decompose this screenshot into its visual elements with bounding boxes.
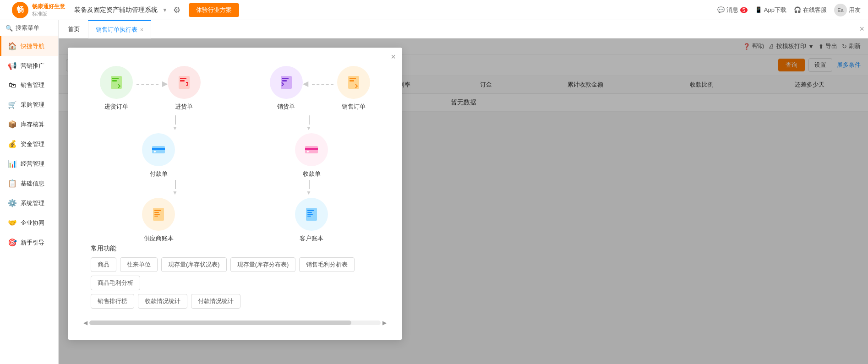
sidebar-item-sales[interactable]: 🛍 销售管理: [0, 76, 58, 95]
sidebar-item-marketing[interactable]: 📢 营销推广: [0, 56, 58, 76]
svg-rect-7: [282, 78, 289, 79]
sidebar-item-label: 企业协同: [21, 219, 44, 227]
flow-item-receipt[interactable]: 收款单: [295, 133, 328, 178]
scroll-left-arrow[interactable]: ◀: [83, 320, 87, 326]
sidebar-item-system[interactable]: ⚙️ 系统管理: [0, 193, 58, 213]
svg-rect-25: [307, 212, 312, 213]
arrow-sales-order-to-sales-bill: ◀: [303, 79, 338, 98]
user-menu[interactable]: Ea 用友: [834, 4, 861, 16]
close-all-icon[interactable]: ×: [859, 24, 864, 33]
function-buttons: 商品 往来单位 现存量(库存状况表) 现存量(库存分布表) 销售毛利分析表 商品…: [91, 257, 379, 290]
sidebar-item-purchase[interactable]: 🛒 采购管理: [0, 95, 58, 114]
online-service-button[interactable]: 🎧 在线客服: [794, 6, 827, 14]
sidebar-item-finance[interactable]: 💰 资金管理: [0, 134, 58, 154]
sales-order-circle: [337, 66, 370, 99]
svg-point-14: [154, 151, 156, 152]
purchase-order-circle: [100, 66, 133, 99]
sales-bill-circle: [270, 66, 303, 99]
sidebar-item-beginner[interactable]: 🎯 新手引导: [0, 233, 58, 252]
down-arrow-receipt: ▼: [292, 180, 311, 196]
tab-sales-order[interactable]: 销售订单执行表 ×: [88, 20, 151, 38]
system-icon: ⚙️: [8, 199, 17, 207]
down-arrow-purchase-bill: ▼: [158, 115, 178, 131]
flow-item-purchase-order[interactable]: 进货订单: [100, 66, 133, 111]
settings-icon[interactable]: ⚙: [173, 5, 180, 15]
message-badge: 5: [740, 7, 748, 13]
search-icon: 🔍: [5, 25, 13, 32]
modal-overlay[interactable]: × 进货订单: [59, 38, 868, 364]
modal-close-button[interactable]: ×: [391, 52, 396, 62]
search-menu[interactable]: 🔍 搜索菜单: [0, 20, 58, 36]
download-icon: 📱: [755, 6, 762, 13]
sidebar-item-quick-nav[interactable]: 🏠 快捷导航: [0, 36, 58, 56]
purchase-icon: 🛒: [8, 100, 17, 109]
sidebar-item-operation[interactable]: 📊 经营管理: [0, 154, 58, 174]
func-btn-product[interactable]: 商品: [91, 257, 116, 272]
sidebar-nav: 🏠 快捷导航 📢 营销推广 🛍 销售管理 🛒 采购管理 📦 库存核: [0, 36, 58, 364]
message-button[interactable]: 💬 消息 5: [717, 6, 748, 14]
app-download-button[interactable]: 📱 App下载: [755, 6, 786, 14]
beginner-icon: 🎯: [8, 238, 17, 247]
svg-rect-5: [180, 80, 185, 81]
func-btn-receipt-stat[interactable]: 收款情况统计: [138, 294, 187, 309]
tab-home[interactable]: 首页: [60, 20, 87, 38]
func-btn-payment-stat[interactable]: 付款情况统计: [191, 294, 240, 309]
spacer: [178, 115, 292, 131]
sidebar: 🔍 搜索菜单 🏠 快捷导航 📢 营销推广 🛍 销售管理 🛒: [0, 20, 59, 364]
func-btn-product-gross[interactable]: 商品毛利分析: [91, 276, 140, 290]
trial-button[interactable]: 体验行业方案: [189, 3, 239, 17]
modal-scrollbar-container: ◀ ▶: [82, 320, 388, 326]
func-btn-stock-status[interactable]: 现存量(库存状况表): [161, 257, 227, 272]
customer-ledger-circle: [295, 198, 328, 231]
function-buttons-row2: 销售排行榜 收款情况统计 付款情况统计: [91, 294, 379, 309]
svg-rect-2: [112, 80, 117, 81]
flow-item-purchase-bill[interactable]: 进货单: [168, 66, 201, 111]
flow-item-sales-order[interactable]: 销售订单: [337, 66, 370, 111]
arrow-purchase-order-to-purchase-bill: ▶: [133, 79, 168, 98]
sidebar-item-label: 快捷导航: [21, 42, 44, 50]
marketing-icon: 📢: [8, 61, 17, 70]
sidebar-item-label: 基础信息: [21, 179, 44, 188]
sidebar-item-label: 经营管理: [21, 160, 44, 168]
func-btn-contacts[interactable]: 往来单位: [120, 257, 158, 272]
finance-icon: 💰: [8, 140, 17, 148]
sidebar-item-label: 库存核算: [21, 120, 44, 129]
receipt-circle: [295, 133, 328, 166]
svg-rect-21: [154, 214, 160, 215]
sidebar-item-label: 采购管理: [21, 101, 44, 109]
scroll-right-arrow[interactable]: ▶: [382, 320, 387, 326]
sales-icon: 🛍: [8, 81, 17, 89]
system-title: 装备及固定资产辅助管理系统: [74, 6, 158, 14]
logo-text: 畅康通好生意 标准版: [32, 3, 65, 17]
flow-item-sales-bill[interactable]: 销货单: [270, 66, 303, 111]
func-btn-sales-gross[interactable]: 销售毛利分析表: [299, 257, 355, 272]
sidebar-item-basic[interactable]: 📋 基础信息: [0, 174, 58, 193]
page-content: ❓ 帮助 🖨 按模板打印 ▼ ⬆ 导出 ↻: [59, 38, 868, 364]
basic-icon: 📋: [8, 179, 17, 188]
modal-scrollbar[interactable]: [89, 321, 381, 325]
flow-item-customer-ledger[interactable]: 客户账本: [295, 198, 328, 243]
message-icon: 💬: [717, 6, 725, 13]
sidebar-item-inventory[interactable]: 📦 库存核算: [0, 114, 58, 134]
flow-item-payment[interactable]: 付款单: [142, 133, 175, 178]
flow-item-supplier-ledger[interactable]: 供应商账本: [142, 198, 175, 243]
tab-close-icon[interactable]: ×: [140, 21, 143, 39]
top-right-actions: 💬 消息 5 📱 App下载 🎧 在线客服 Ea 用友: [717, 4, 861, 16]
home-icon: 🏠: [8, 42, 17, 50]
content-area: 首页 销售订单执行表 × × ❓ 帮助: [59, 20, 868, 364]
logo-area: 畅 畅康通好生意 标准版: [7, 2, 70, 18]
func-btn-sales-rank[interactable]: 销售排行榜: [91, 294, 134, 309]
svg-rect-11: [349, 80, 354, 81]
dropdown-arrow[interactable]: ▼: [162, 7, 168, 13]
purchase-bill-circle: [168, 66, 201, 99]
svg-rect-20: [154, 212, 159, 213]
sidebar-item-label: 销售管理: [21, 81, 44, 89]
sidebar-item-label: 系统管理: [21, 199, 44, 207]
func-btn-stock-dist[interactable]: 现存量(库存分布表): [230, 257, 296, 272]
sidebar-item-label: 营销推广: [21, 62, 44, 70]
user-avatar: Ea: [834, 4, 847, 16]
sidebar-item-collab[interactable]: 🤝 企业协同: [0, 213, 58, 233]
common-functions: 常用功能 商品 往来单位 现存量(库存状况表) 现存量(库存分布表) 销售毛利分…: [82, 244, 388, 316]
flow-down-arrows-row: ▼ ▼: [82, 115, 388, 131]
svg-rect-22: [154, 216, 158, 217]
